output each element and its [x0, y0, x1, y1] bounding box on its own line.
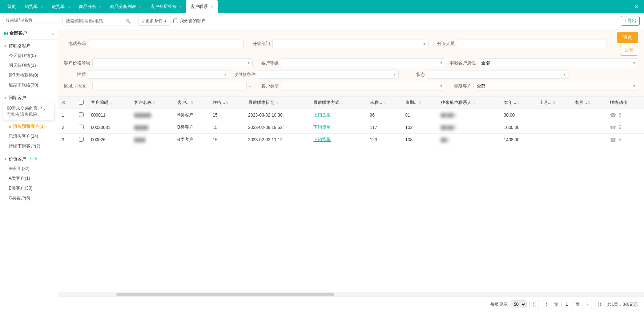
td-index: 1 — [58, 109, 75, 121]
last-page-btn[interactable]: ⟩⟩ — [595, 300, 604, 309]
sidebar-item-tomorrow[interactable]: 明天待联络(1) — [0, 61, 58, 70]
close-all-tabs[interactable]: × — [632, 3, 641, 10]
first-page-btn[interactable]: ⟨⟨ — [530, 300, 539, 309]
horizontal-scrollbar[interactable] — [58, 292, 644, 296]
tab-customer-tier-close[interactable]: × — [180, 4, 182, 9]
td-checkbox[interactable] — [75, 134, 87, 146]
sidebar-item-7days[interactable]: 近7天待联络(0) — [0, 70, 58, 80]
th-this-year: 本年...⇅ — [500, 97, 535, 109]
search-icon[interactable]: 🔍 — [125, 19, 131, 24]
sidebar-item-churned[interactable]: 已流失客户(24) — [0, 131, 58, 141]
sidebar-item-class-b[interactable]: B类客户(33) — [0, 183, 58, 193]
tab-analysis-list[interactable]: 商品分析列表 × — [106, 0, 146, 13]
tab-purchase[interactable]: 进货单 × — [47, 0, 74, 13]
filter-more-btn[interactable]: ▽ 更多条件 ▲ — [138, 16, 170, 26]
sidebar-item-today[interactable]: 今天待联络(0) — [0, 51, 58, 61]
next-page-btn[interactable]: ⟩ — [583, 300, 592, 309]
sidebar-item-class-a[interactable]: A类客户(1) — [0, 174, 58, 183]
sidebar-item-class-c[interactable]: C类客户(6) — [0, 193, 58, 203]
sort-type-icon[interactable]: ⇅ — [190, 101, 193, 105]
filter-search-box[interactable]: 🔍 — [63, 17, 135, 25]
sidebar-collapse-icon[interactable]: « — [51, 31, 54, 36]
last-method-link[interactable]: 下销货单 — [313, 137, 331, 142]
filter-my-customers[interactable]: 我分管的客户 — [173, 18, 206, 24]
sidebar-item-churn-warning[interactable]: 流失预警客户(3) — [0, 122, 58, 131]
row-checkbox-2[interactable] — [79, 137, 84, 142]
sidebar-item-overdue-contact[interactable]: 逾期未联络(30) — [0, 80, 58, 90]
page-size-select[interactable]: 50 — [511, 300, 527, 308]
gender-select[interactable] — [88, 70, 229, 79]
refresh-icon[interactable]: ↻ — [29, 157, 33, 162]
sort-code-icon[interactable]: ⇅ — [109, 101, 112, 105]
sort-date-icon[interactable]: ⇅ — [275, 101, 278, 105]
select-all-checkbox[interactable] — [79, 100, 84, 105]
tab-customer-contact[interactable]: 客户联系 × — [186, 0, 217, 13]
filter-search-input[interactable] — [66, 19, 124, 24]
table-header-row: ⚙ 客户编码⇅ 客户名称⇅ 客户...⇅ 联络...⇅ 最后联络日期⇅ 最后联络… — [58, 97, 644, 109]
sort-year-icon[interactable]: ⇅ — [517, 101, 520, 105]
sort-overdue-icon[interactable]: ⇅ — [418, 101, 421, 105]
scrollbar-thumb[interactable] — [116, 293, 334, 296]
sort-name-icon[interactable]: ⇅ — [152, 101, 155, 105]
setting-button[interactable]: 设置 — [620, 46, 638, 56]
customer-level-select[interactable] — [281, 58, 446, 67]
tab-analysis[interactable]: 商品分析 × — [75, 0, 106, 13]
th-overdue: 逾期...⇅ — [402, 97, 437, 109]
zero-customer-select[interactable]: 全部 — [474, 82, 638, 90]
sort-cp-icon[interactable]: ⇅ — [472, 101, 475, 105]
edit-icon[interactable]: ✎ — [34, 157, 38, 162]
status-select[interactable] — [427, 70, 568, 79]
last-method-link[interactable]: 下销货单 — [313, 112, 331, 117]
tab-sales-close[interactable]: × — [41, 4, 43, 9]
region-input[interactable] — [92, 82, 247, 90]
tab-sales[interactable]: 销货单 × — [20, 0, 47, 13]
query-button[interactable]: 查询 — [617, 32, 638, 43]
sidebar-section-header-review[interactable]: ▼ 回顾客户 — [0, 93, 58, 103]
customer-type-select[interactable] — [281, 82, 446, 90]
action-more-icon[interactable]: ⠿ — [618, 137, 622, 143]
tab-purchase-label: 进货单 — [52, 4, 65, 10]
sidebar-item-ungrouped[interactable]: 未分组(32) — [0, 164, 58, 174]
sidebar-search-input[interactable] — [3, 16, 58, 24]
sort-lm-icon[interactable]: ⇅ — [552, 101, 555, 105]
zero-attr-select[interactable]: 全部 — [478, 58, 638, 67]
row-checkbox-1[interactable] — [79, 125, 84, 129]
sidebar-item-declining[interactable]: 持续下滑客户(2) — [0, 141, 58, 151]
sort-no-contact-icon[interactable]: ⇅ — [383, 101, 386, 105]
tab-customer-tier[interactable]: 客户分层经营 × — [146, 0, 186, 13]
tab-purchase-close[interactable]: × — [68, 4, 70, 9]
price-level-select[interactable] — [92, 58, 253, 67]
person-input[interactable] — [457, 40, 607, 48]
sort-contact-icon[interactable]: ⇅ — [226, 101, 229, 105]
export-btn[interactable]: ↑ 导出 — [621, 16, 640, 26]
page-number-input[interactable] — [562, 301, 572, 308]
person-dots-icon[interactable]: ··· — [609, 41, 613, 46]
tab-analysis-list-close[interactable]: × — [139, 4, 141, 9]
my-customers-checkbox[interactable] — [173, 19, 178, 23]
last-method-link[interactable]: 下销货单 — [313, 125, 331, 130]
tab-customer-contact-close[interactable]: × — [211, 4, 213, 9]
action-phone-icon[interactable]: ☎ — [610, 125, 616, 130]
td-checkbox[interactable] — [75, 121, 87, 134]
action-phone-icon[interactable]: ☎ — [610, 137, 616, 143]
payment-select[interactable] — [258, 70, 399, 79]
row-checkbox-0[interactable] — [79, 112, 84, 117]
tab-analysis-close[interactable]: × — [99, 4, 101, 9]
phone-input[interactable] — [88, 40, 244, 48]
adv-filter-row-4: 区域（地区） ··· 客户类型 零敲客户 全部 — [64, 82, 638, 90]
prev-page-btn[interactable]: ⟨ — [542, 300, 551, 309]
action-more-icon[interactable]: ⠿ — [618, 125, 622, 130]
gear-icon[interactable]: ⚙ — [62, 100, 66, 105]
action-phone-icon[interactable]: ☎ — [610, 112, 616, 118]
sort-tm-icon[interactable]: ⇅ — [588, 101, 591, 105]
td-checkbox[interactable] — [75, 109, 87, 121]
sort-method-icon[interactable]: ⇅ — [340, 101, 343, 105]
sidebar-section-header-value[interactable]: ▼ 价值客户 ↻ ✎ — [0, 154, 58, 164]
tab-home[interactable]: 首页 — [3, 0, 20, 13]
action-more-icon[interactable]: ⠿ — [618, 112, 622, 118]
region-dots-icon[interactable]: ··· — [249, 84, 253, 89]
dept-select[interactable] — [272, 40, 428, 48]
chevron-down-icon: ▼ — [4, 44, 7, 48]
sidebar-section-header-pending[interactable]: ▼ 待联络客户 — [0, 41, 58, 51]
sidebar-all-customers[interactable]: ⊞ 全部客户 « — [0, 27, 58, 40]
